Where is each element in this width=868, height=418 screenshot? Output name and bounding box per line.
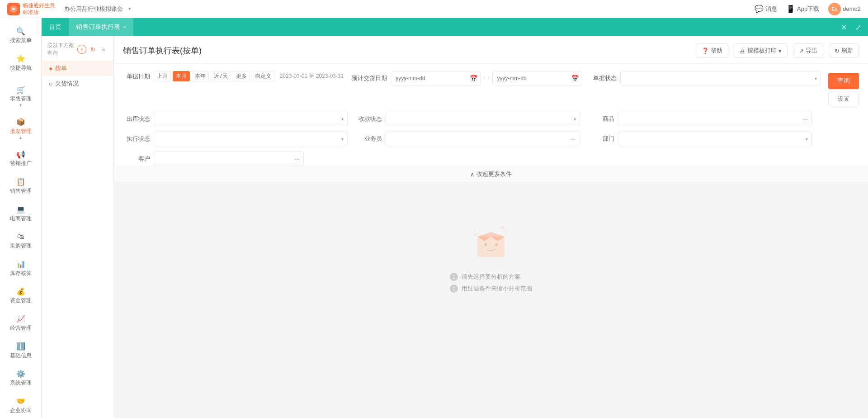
last-month-btn[interactable]: 上月	[154, 71, 171, 81]
system-icon: ⚙️	[16, 369, 25, 378]
sidebar-item-collab[interactable]: 🤝 企业协同	[0, 392, 41, 418]
refresh-icon: ↻	[835, 48, 840, 54]
tab-home[interactable]: 首页	[42, 18, 69, 36]
panel-nav-by-order[interactable]: ● 按单	[42, 61, 113, 76]
panel-nav-shortage[interactable]: ○ 欠货情况	[42, 76, 113, 91]
retail-icon: 🛒	[16, 85, 25, 94]
status-select[interactable]: ▾	[620, 71, 821, 86]
sidebar-item-ecom[interactable]: 💻 电商管理	[0, 200, 41, 227]
message-icon: 💬	[755, 5, 764, 13]
tab-sales-order[interactable]: 销售订单执行表 ×	[69, 18, 133, 36]
expected-date-label: 预计交货日期	[351, 74, 387, 82]
sidebar-item-sales[interactable]: 📋 销售管理	[0, 173, 41, 200]
tab-bar-actions: ✕ ⤢	[837, 21, 868, 33]
sidebar-item-search[interactable]: 🔍 搜索菜单	[0, 22, 41, 49]
goods-more-icon: ···	[802, 115, 808, 123]
tab-sales-order-label: 销售订单执行表	[76, 23, 120, 31]
sidebar-label-inventory: 库存核算	[10, 270, 32, 277]
customer-select[interactable]: ···	[154, 152, 304, 166]
date-quick-btns: 上月 本月 本年 近7天 更多 自定义	[154, 71, 274, 81]
salesperson-label: 业务员	[355, 135, 382, 143]
svg-point-3	[495, 243, 498, 246]
settings-btn[interactable]: 设置	[828, 92, 859, 106]
logo-area[interactable]: 畅捷通好生意 标准版	[7, 2, 55, 15]
purchase-icon: 🛍	[16, 232, 25, 241]
tab-home-label: 首页	[49, 23, 61, 31]
last7-btn[interactable]: 近7天	[211, 71, 231, 81]
panel-nav-shortage-label: 欠货情况	[55, 80, 79, 88]
query-btn[interactable]: 查询	[828, 73, 859, 89]
user-profile[interactable]: Ea demo2	[828, 3, 861, 15]
cal-start-icon[interactable]: 📅	[470, 75, 477, 82]
current-month-btn[interactable]: 本月	[173, 71, 190, 81]
app-download-btn[interactable]: 📱 App下载	[786, 5, 819, 13]
page-title: 销售订单执行表(按单)	[123, 45, 202, 56]
dept-select[interactable]: ▾	[618, 132, 812, 146]
left-panel: 按以下方案查询 + ↻ « ● 按单 ○ 欠货情况	[42, 36, 114, 418]
sidebar-item-wholesale[interactable]: 📦 批发管理 ▴	[0, 113, 41, 145]
this-year-btn[interactable]: 本年	[192, 71, 209, 81]
sidebar-item-finance[interactable]: 💰 资金管理	[0, 282, 41, 309]
sidebar-label-system: 系统管理	[10, 380, 32, 387]
custom-btn[interactable]: 自定义	[252, 71, 274, 81]
goods-label: 商品	[587, 115, 614, 123]
customer-label: 客户	[123, 155, 150, 163]
sidebar-item-system[interactable]: ⚙️ 系统管理	[0, 365, 41, 391]
salesperson-select[interactable]: ···	[386, 132, 580, 146]
content-area: 首页 销售订单执行表 × ✕ ⤢ 按以下方案查询 + ↻ «	[42, 18, 868, 418]
print-icon: 🖨	[740, 48, 745, 54]
goods-select[interactable]: ···	[618, 112, 812, 126]
payment-status-select[interactable]: ▾	[386, 112, 580, 126]
left-panel-collapse-btn[interactable]: «	[99, 45, 108, 54]
sidebar-label-search: 搜索菜单	[10, 37, 32, 44]
hint2-text: 用过滤条件来缩小分析范围	[462, 285, 532, 293]
expected-date-start[interactable]	[391, 71, 481, 86]
sidebar-item-quick-nav[interactable]: ⭐ 快捷导航	[0, 50, 41, 76]
more-btn[interactable]: 更多	[233, 71, 250, 81]
collapse-btn[interactable]: ∧ 收起更多条件	[114, 166, 868, 182]
hint1-text: 请先选择要分析的方案	[462, 273, 520, 281]
export-btn[interactable]: ↗ 导出	[793, 43, 823, 58]
help-btn[interactable]: ❓ 帮助	[696, 43, 728, 58]
sidebar-item-purchase[interactable]: 🛍 采购管理	[0, 228, 41, 254]
payment-select-arrow: ▾	[574, 117, 576, 122]
sidebar-label-ops: 经营管理	[10, 325, 32, 332]
cal-end-icon[interactable]: 📅	[571, 75, 579, 82]
payment-status-label: 收款状态	[355, 115, 382, 123]
avatar: Ea	[828, 3, 841, 15]
print-btn[interactable]: 🖨 按模板打印 ▾	[734, 43, 788, 58]
page-content: 按以下方案查询 + ↻ « ● 按单 ○ 欠货情况	[42, 36, 868, 418]
sidebar-item-basic[interactable]: ℹ️ 基础信息	[0, 337, 41, 364]
ship-status-select[interactable]: ▾	[154, 112, 348, 126]
main-layout: 🔍 搜索菜单 ⭐ 快捷导航 🛒 零售管理 ▾ 📦 批发管理 ▴ 📢 营销推广 📋…	[0, 18, 868, 418]
refresh-btn[interactable]: ↻ 刷新	[829, 43, 859, 58]
header-right: 💬 消息 📱 App下载 Ea demo2	[755, 3, 861, 15]
empty-state: ✦ ✦ 1 请先选择要分析的方案 2 用过滤条件来缩小分析范围	[114, 182, 868, 329]
empty-illustration: ✦ ✦	[468, 218, 514, 264]
logo-text: 畅捷通好生意 标准版	[23, 2, 55, 15]
left-panel-add-btn[interactable]: +	[77, 45, 86, 54]
maximize-btn[interactable]: ⤢	[852, 21, 864, 33]
ops-icon: 📈	[16, 314, 25, 323]
close-window-btn[interactable]: ✕	[837, 21, 850, 33]
dept-select-arrow: ▾	[806, 137, 808, 142]
inventory-icon: 📊	[16, 260, 25, 269]
left-panel-refresh-btn[interactable]: ↻	[88, 45, 97, 54]
exec-status-label: 执行状态	[123, 135, 150, 143]
collab-icon: 🤝	[16, 397, 25, 406]
download-icon: 📱	[786, 5, 795, 13]
app-title-dropdown-icon[interactable]: ▾	[128, 6, 131, 12]
sidebar-item-retail[interactable]: 🛒 零售管理 ▾	[0, 81, 41, 112]
tab-close-icon[interactable]: ×	[123, 24, 126, 30]
sidebar-item-marketing[interactable]: 📢 营销推广	[0, 145, 41, 172]
expected-date-end[interactable]	[492, 71, 582, 86]
exec-status-select[interactable]: ▾	[154, 132, 348, 146]
panel-nav-by-order-label: 按单	[55, 64, 67, 72]
sidebar-label-quick-nav: 快捷导航	[10, 65, 32, 72]
empty-hint-2: 2 用过滤条件来缩小分析范围	[450, 285, 532, 293]
message-btn[interactable]: 💬 消息	[755, 5, 777, 13]
sidebar-item-inventory[interactable]: 📊 库存核算	[0, 255, 41, 282]
svg-rect-1	[477, 237, 505, 257]
sidebar-item-ops[interactable]: 📈 经营管理	[0, 310, 41, 337]
sidebar-label-purchase: 采购管理	[10, 242, 32, 250]
